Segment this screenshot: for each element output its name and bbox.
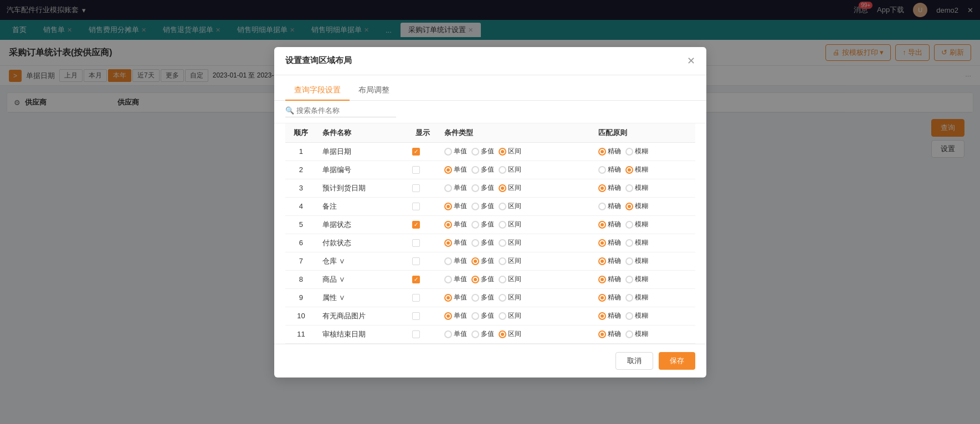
- type-radio-item[interactable]: 多值: [471, 329, 494, 339]
- display-checkbox[interactable]: [412, 239, 420, 247]
- tab-layout-adjust[interactable]: 布局调整: [350, 81, 398, 101]
- type-radio-item[interactable]: 多值: [471, 238, 494, 247]
- type-radio-item[interactable]: 多值: [471, 256, 494, 266]
- cell-match: 精确模糊: [593, 215, 695, 234]
- cancel-button[interactable]: 取消: [615, 352, 653, 370]
- display-checkbox[interactable]: [412, 166, 420, 174]
- match-radio-item[interactable]: 模糊: [625, 147, 648, 156]
- table-row: 2单据编号单值多值区间精确模糊: [285, 161, 695, 179]
- type-radio-item[interactable]: 多值: [471, 147, 494, 156]
- match-radio-item[interactable]: 精确: [598, 183, 621, 193]
- match-radio-item[interactable]: 模糊: [625, 256, 648, 266]
- type-radio-group: 单值多值区间: [444, 165, 587, 174]
- type-radio-item[interactable]: 单值: [444, 275, 467, 284]
- type-radio-item[interactable]: 多值: [471, 201, 494, 211]
- cell-name: 预计到货日期: [317, 179, 407, 197]
- radio-circle-icon: [471, 239, 479, 247]
- match-radio-item[interactable]: 精确: [598, 293, 621, 302]
- radio-label: 多值: [481, 165, 494, 174]
- type-radio-item[interactable]: 区间: [499, 201, 521, 211]
- match-radio-item[interactable]: 模糊: [625, 275, 648, 284]
- match-radio-item[interactable]: 模糊: [625, 220, 648, 229]
- type-radio-item[interactable]: 单值: [444, 165, 467, 174]
- search-input[interactable]: [296, 106, 385, 115]
- display-checkbox[interactable]: [412, 184, 420, 192]
- display-checkbox[interactable]: [412, 276, 420, 283]
- display-checkbox[interactable]: [412, 330, 420, 338]
- type-radio-item[interactable]: 区间: [499, 311, 521, 320]
- modal-overlay[interactable]: 设置查询区域布局 ✕ 查询字段设置 布局调整 🔍 顺序: [0, 0, 980, 424]
- radio-label: 单值: [454, 201, 467, 211]
- radio-label: 单值: [454, 311, 467, 320]
- match-radio-item[interactable]: 模糊: [625, 329, 648, 339]
- display-checkbox[interactable]: [412, 148, 420, 156]
- type-radio-item[interactable]: 单值: [444, 329, 467, 339]
- radio-circle-icon: [499, 294, 506, 302]
- type-radio-item[interactable]: 多值: [471, 165, 494, 174]
- type-radio-item[interactable]: 单值: [444, 183, 467, 193]
- save-button[interactable]: 保存: [659, 352, 695, 370]
- radio-circle-icon: [625, 203, 633, 210]
- type-radio-item[interactable]: 单值: [444, 293, 467, 302]
- type-radio-item[interactable]: 多值: [471, 183, 494, 193]
- match-radio-item[interactable]: 模糊: [625, 293, 648, 302]
- radio-circle-icon: [598, 294, 606, 302]
- match-radio-item[interactable]: 精确: [598, 256, 621, 266]
- type-radio-item[interactable]: 单值: [444, 201, 467, 211]
- type-radio-item[interactable]: 单值: [444, 220, 467, 229]
- radio-label: 区间: [508, 275, 521, 284]
- type-radio-item[interactable]: 单值: [444, 311, 467, 320]
- type-radio-item[interactable]: 单值: [444, 147, 467, 156]
- match-radio-item[interactable]: 精确: [598, 238, 621, 247]
- cell-type: 单值多值区间: [439, 161, 593, 179]
- radio-label: 模糊: [635, 183, 648, 193]
- radio-label: 多值: [481, 183, 494, 193]
- match-radio-item[interactable]: 精确: [598, 220, 621, 229]
- radio-label: 精确: [608, 220, 621, 229]
- match-radio-item[interactable]: 模糊: [625, 165, 648, 174]
- tab-query-field-settings[interactable]: 查询字段设置: [285, 81, 350, 101]
- radio-label: 模糊: [635, 165, 648, 174]
- display-checkbox[interactable]: [412, 257, 420, 265]
- type-radio-item[interactable]: 区间: [499, 220, 521, 229]
- dialog-close-button[interactable]: ✕: [687, 55, 695, 67]
- match-radio-item[interactable]: 精确: [598, 311, 621, 320]
- type-radio-item[interactable]: 区间: [499, 238, 521, 247]
- radio-label: 多值: [481, 201, 494, 211]
- radio-label: 单值: [454, 165, 467, 174]
- type-radio-item[interactable]: 区间: [499, 165, 521, 174]
- type-radio-item[interactable]: 多值: [471, 220, 494, 229]
- type-radio-item[interactable]: 区间: [499, 275, 521, 284]
- type-radio-item[interactable]: 多值: [471, 293, 494, 302]
- cell-order: 5: [285, 215, 317, 234]
- display-checkbox[interactable]: [412, 294, 420, 302]
- type-radio-item[interactable]: 区间: [499, 183, 521, 193]
- type-radio-item[interactable]: 多值: [471, 275, 494, 284]
- type-radio-item[interactable]: 单值: [444, 256, 467, 266]
- match-radio-item[interactable]: 精确: [598, 201, 621, 211]
- type-radio-item[interactable]: 区间: [499, 147, 521, 156]
- type-radio-item[interactable]: 区间: [499, 256, 521, 266]
- match-radio-item[interactable]: 精确: [598, 275, 621, 284]
- type-radio-item[interactable]: 区间: [499, 329, 521, 339]
- type-radio-item[interactable]: 单值: [444, 238, 467, 247]
- radio-label: 精确: [608, 275, 621, 284]
- match-radio-item[interactable]: 模糊: [625, 183, 648, 193]
- radio-circle-icon: [444, 221, 452, 229]
- radio-label: 区间: [508, 329, 521, 339]
- display-checkbox[interactable]: [412, 221, 420, 229]
- type-radio-item[interactable]: 多值: [471, 311, 494, 320]
- match-radio-item[interactable]: 模糊: [625, 201, 648, 211]
- match-radio-item[interactable]: 精确: [598, 147, 621, 156]
- match-radio-item[interactable]: 精确: [598, 329, 621, 339]
- dialog-header: 设置查询区域布局 ✕: [274, 47, 706, 75]
- match-radio-item[interactable]: 模糊: [625, 311, 648, 320]
- type-radio-item[interactable]: 区间: [499, 293, 521, 302]
- display-checkbox[interactable]: [412, 312, 420, 320]
- radio-label: 区间: [508, 201, 521, 211]
- display-checkbox[interactable]: [412, 203, 420, 210]
- match-radio-item[interactable]: 精确: [598, 165, 621, 174]
- match-radio-item[interactable]: 模糊: [625, 238, 648, 247]
- radio-circle-icon: [598, 276, 606, 283]
- radio-circle-icon: [625, 330, 633, 338]
